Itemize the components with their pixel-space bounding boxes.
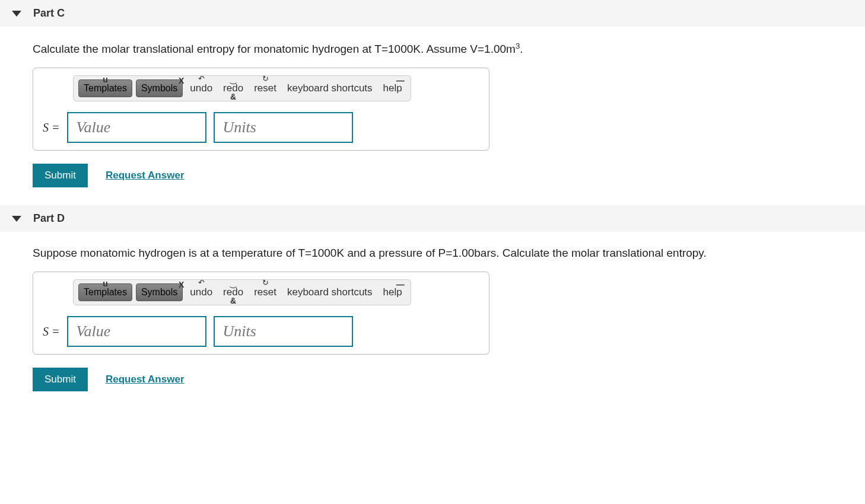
part-c-question: Calculate the molar translational entrop…	[33, 42, 832, 56]
question-text-main: Calculate the molar translational entrop…	[33, 43, 516, 55]
keyboard-shortcuts-button[interactable]: keyboard shortcuts	[284, 80, 376, 97]
value-input[interactable]	[67, 316, 206, 347]
reset-button[interactable]: ↻ reset	[250, 80, 280, 97]
input-row: S =	[40, 112, 482, 143]
redo-icon-top: ‿	[230, 75, 236, 84]
part-c-body: Calculate the molar translational entrop…	[0, 27, 865, 205]
part-d-answer-box: u Templates X Symbols ↶ undo ‿ redo & ↻ …	[33, 272, 489, 355]
part-c-header: Part C	[0, 0, 865, 27]
templates-overlay-icon: u	[103, 279, 108, 288]
submit-button[interactable]: Submit	[33, 368, 88, 391]
reset-icon: ↻	[262, 74, 269, 83]
symbols-label: Symbols	[141, 287, 177, 297]
collapse-caret-icon[interactable]	[12, 11, 21, 17]
redo-icon-top: ‿	[230, 279, 236, 288]
part-d-actions: Submit Request Answer	[33, 368, 832, 391]
symbols-overlay-icon: X	[179, 76, 184, 85]
redo-icon-bottom: &	[230, 92, 236, 101]
symbols-button[interactable]: X Symbols	[136, 283, 183, 301]
request-answer-link[interactable]: Request Answer	[106, 170, 185, 181]
question-text-end: .	[520, 43, 523, 55]
input-row: S =	[40, 316, 482, 347]
part-c-actions: Submit Request Answer	[33, 164, 832, 187]
part-c-title: Part C	[33, 7, 65, 20]
part-d-body: Suppose monatomic hydrogen is at a tempe…	[0, 232, 865, 409]
help-overlay-icon: —	[396, 280, 405, 289]
redo-button[interactable]: ‿ redo &	[220, 80, 247, 97]
reset-label: reset	[254, 82, 276, 94]
keyboard-shortcuts-button[interactable]: keyboard shortcuts	[284, 284, 376, 301]
symbols-button[interactable]: X Symbols	[136, 79, 183, 97]
value-input[interactable]	[67, 112, 206, 143]
reset-icon: ↻	[262, 278, 269, 287]
templates-overlay-icon: u	[103, 75, 108, 84]
help-button[interactable]: — help	[380, 284, 406, 301]
part-d-title: Part D	[33, 212, 65, 225]
request-answer-link[interactable]: Request Answer	[106, 374, 185, 385]
undo-icon: ↶	[198, 278, 205, 287]
undo-label: undo	[190, 82, 212, 94]
undo-button[interactable]: ↶ undo	[186, 284, 216, 301]
part-d-question: Suppose monatomic hydrogen is at a tempe…	[33, 247, 832, 260]
units-input[interactable]	[214, 316, 353, 347]
reset-label: reset	[254, 286, 276, 298]
variable-label: S =	[43, 121, 60, 135]
part-c-answer-box: u Templates X Symbols ↶ undo ‿ redo & ↻ …	[33, 68, 489, 151]
redo-icon-bottom: &	[230, 296, 236, 305]
templates-label: Templates	[84, 287, 127, 297]
help-overlay-icon: —	[396, 76, 405, 85]
undo-icon: ↶	[198, 74, 205, 83]
collapse-caret-icon[interactable]	[12, 216, 21, 222]
submit-button[interactable]: Submit	[33, 164, 88, 187]
variable-label: S =	[43, 325, 60, 339]
equation-toolbar: u Templates X Symbols ↶ undo ‿ redo & ↻ …	[73, 75, 411, 101]
symbols-overlay-icon: X	[179, 280, 184, 289]
templates-button[interactable]: u Templates	[78, 79, 132, 97]
templates-button[interactable]: u Templates	[78, 283, 132, 301]
undo-button[interactable]: ↶ undo	[186, 80, 216, 97]
reset-button[interactable]: ↻ reset	[250, 284, 280, 301]
symbols-label: Symbols	[141, 83, 177, 93]
equation-toolbar: u Templates X Symbols ↶ undo ‿ redo & ↻ …	[73, 279, 411, 305]
help-button[interactable]: — help	[380, 80, 406, 97]
part-d-header: Part D	[0, 205, 865, 232]
undo-label: undo	[190, 286, 212, 298]
templates-label: Templates	[84, 83, 127, 93]
units-input[interactable]	[214, 112, 353, 143]
redo-button[interactable]: ‿ redo &	[220, 284, 247, 301]
